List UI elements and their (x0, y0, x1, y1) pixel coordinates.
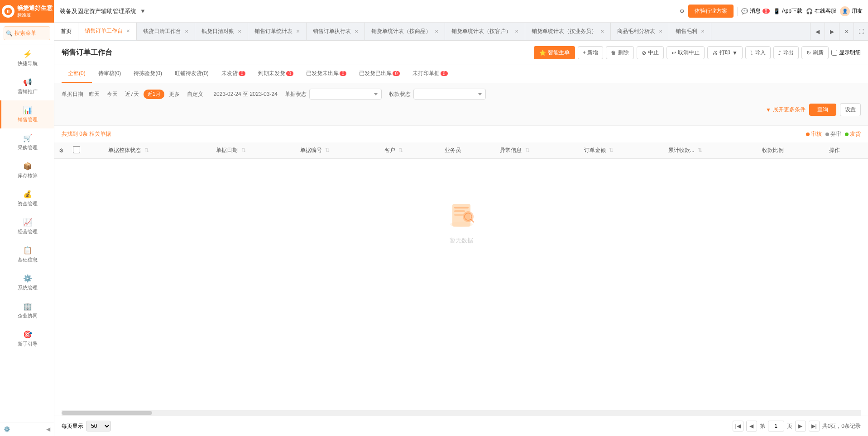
list-actions: 审核 弃审 发货 (806, 130, 861, 138)
tab-close-icon-4[interactable]: ✕ (296, 29, 300, 34)
expand-conditions-btn[interactable]: ▼ 展开更多条件 (766, 106, 806, 114)
sidebar-item-guide[interactable]: 🎯 新手引导 (0, 325, 54, 353)
subtab-overdue-unshipped[interactable]: 到期未发货0 (252, 65, 300, 83)
sidebar-item-quick-nav[interactable]: ⚡ 快捷导航 (0, 44, 54, 72)
review-action-btn[interactable]: 审核 (806, 130, 822, 138)
tab-sales-margin[interactable]: 销售毛利 ✕ (669, 23, 711, 41)
sort-number-icon[interactable]: ⇅ (325, 147, 330, 153)
sort-amount-icon[interactable]: ⇅ (609, 147, 614, 153)
basic-icon: 📋 (23, 246, 32, 255)
tab-close-all-btn[interactable]: ✕ (839, 23, 854, 41)
date-today-btn[interactable]: 今天 (104, 90, 120, 99)
tab-close-icon-6[interactable]: ✕ (435, 29, 438, 34)
tab-close-icon-7[interactable]: ✕ (515, 29, 518, 34)
sidebar-settings-icon[interactable]: ⚙️ (4, 426, 10, 432)
tab-close-icon-9[interactable]: ✕ (659, 29, 662, 34)
sidebar-item-finance[interactable]: 💰 资金管理 (0, 185, 54, 213)
tab-sales-by-salesman[interactable]: 销货单统计表（按业务员） ✕ (525, 23, 611, 41)
online-support-action[interactable]: 🎧 在线客服 (806, 7, 836, 15)
page-number-input[interactable] (768, 421, 784, 431)
unreviewed-action-btn[interactable]: 弃审 (825, 130, 841, 138)
tab-sales-by-customer[interactable]: 销货单统计表（按客户） ✕ (445, 23, 525, 41)
sidebar-item-marketing[interactable]: 📢 营销推广 (0, 72, 54, 100)
stop-btn[interactable]: ⊘ 中止 (637, 46, 664, 59)
subtab-shipped-not-warehoused[interactable]: 已发货未出库0 (300, 65, 353, 83)
tab-cash-reconciliation[interactable]: 钱货日清对账 ✕ (195, 23, 248, 41)
sidebar-collapse-icon[interactable]: ◀ (46, 426, 50, 432)
user-action[interactable]: 👤 用友 (840, 6, 863, 16)
message-action[interactable]: 💬 消息 6 (741, 7, 770, 15)
horizontal-scrollbar[interactable] (62, 410, 861, 416)
cancel-stop-btn[interactable]: ↩ 取消中止 (667, 46, 705, 59)
page-prev-btn[interactable]: ◀ (746, 421, 757, 431)
gear-icon[interactable]: ⚙ (59, 147, 64, 154)
date-1month-btn[interactable]: 近1月 (144, 90, 165, 99)
tab-home[interactable]: 首页 (54, 23, 78, 41)
tab-close-icon-3[interactable]: ✕ (238, 29, 241, 34)
sort-customer-icon[interactable]: ⇅ (398, 147, 403, 153)
table-footer: 每页显示 50 10 20 100 |◀ ◀ 第 页 ▶ ▶| (54, 416, 868, 436)
date-custom-btn[interactable]: 自定义 (184, 90, 206, 99)
tab-close-icon-5[interactable]: ✕ (355, 29, 358, 34)
sidebar-item-purchase[interactable]: 🛒 采购管理 (0, 128, 54, 156)
subtab-shipped-warehoused[interactable]: 已发货已出库0 (353, 65, 406, 83)
tab-prev-btn[interactable]: ◀ (810, 23, 825, 41)
print-btn[interactable]: 🖨 打印 ▼ (707, 46, 743, 59)
import-btn[interactable]: ⤵ 导入 (745, 46, 771, 59)
refresh-btn[interactable]: ↻ 刷新 (801, 46, 829, 59)
collection-select[interactable] (413, 89, 486, 100)
tab-close-icon-8[interactable]: ✕ (600, 29, 604, 34)
smart-create-btn[interactable]: ⭐ 智能生单 (534, 46, 575, 59)
subtab-unprinted[interactable]: 未打印单据0 (406, 65, 454, 83)
query-btn[interactable]: 查询 (809, 104, 836, 116)
page-first-btn[interactable]: |◀ (733, 421, 743, 431)
export-btn[interactable]: ⤴ 导出 (773, 46, 799, 59)
filter-settings-btn[interactable]: 设置 (840, 103, 861, 116)
tab-fullscreen-btn[interactable]: ⛶ (854, 23, 868, 41)
select-all-checkbox[interactable] (73, 146, 80, 153)
tab-product-margin[interactable]: 商品毛利分析表 ✕ (611, 23, 669, 41)
tab-close-icon-10[interactable]: ✕ (701, 29, 705, 34)
show-detail-label[interactable]: 显示明细 (831, 49, 861, 57)
tab-sales-exec[interactable]: 销售订单执行表 ✕ (307, 23, 365, 41)
app-download-action[interactable]: 📱 App下载 (773, 7, 802, 15)
page-next-btn[interactable]: ▶ (795, 421, 806, 431)
sort-date-icon[interactable]: ⇅ (241, 147, 246, 153)
search-menu-button[interactable]: 🔍 搜索菜单 (4, 26, 50, 40)
date-yesterday-btn[interactable]: 昨天 (86, 90, 102, 99)
sort-collected-icon[interactable]: ⇅ (698, 147, 702, 153)
ship-action-btn[interactable]: 发货 (845, 130, 861, 138)
subtab-pending-check[interactable]: 待拣验货(0) (127, 65, 168, 83)
tab-sales-order-workbench[interactable]: 销售订单工作台 ✕ (78, 23, 137, 41)
tab-sales-by-product[interactable]: 销货单统计表（按商品） ✕ (365, 23, 445, 41)
page-last-btn[interactable]: ▶| (809, 421, 820, 431)
industry-btn[interactable]: 体验行业方案 (688, 5, 734, 18)
sidebar-item-system[interactable]: ⚙️ 系统管理 (0, 269, 54, 297)
delete-btn[interactable]: 🗑 删除 (606, 46, 634, 59)
subtab-pending-review[interactable]: 待审核(0) (92, 65, 128, 83)
settings-gear-icon[interactable]: ⚙ (680, 8, 685, 14)
page-size-select[interactable]: 50 10 20 100 (86, 421, 111, 431)
tab-sales-stats[interactable]: 销售订单统计表 ✕ (248, 23, 307, 41)
sidebar-item-sales[interactable]: 📊 销售管理 (0, 100, 54, 128)
tab-close-icon-2[interactable]: ✕ (185, 29, 188, 34)
sort-status-icon[interactable]: ⇅ (144, 147, 149, 153)
date-more-btn[interactable]: 更多 (166, 90, 182, 99)
sidebar-item-operations[interactable]: 📈 经营管理 (0, 213, 54, 241)
tab-next-btn[interactable]: ▶ (825, 23, 839, 41)
scrollbar-thumb[interactable] (62, 411, 152, 415)
subtab-unshipped[interactable]: 未发货0 (215, 65, 252, 83)
status-select[interactable] (309, 89, 382, 100)
sort-exception-icon[interactable]: ⇅ (525, 147, 530, 153)
subtab-wangpu-ship[interactable]: 旺铺待发货(0) (168, 65, 215, 83)
sidebar-item-inventory[interactable]: 📦 库存核算 (0, 156, 54, 185)
subtab-all[interactable]: 全部(0) (62, 65, 92, 83)
sidebar-item-enterprise[interactable]: 🏢 企业协同 (0, 297, 54, 325)
tab-close-icon[interactable]: ✕ (126, 28, 130, 33)
add-btn[interactable]: + 新增 (578, 46, 603, 59)
system-dropdown-icon[interactable]: ▼ (140, 8, 146, 14)
date-7days-btn[interactable]: 近7天 (122, 90, 142, 99)
sidebar-item-basic[interactable]: 📋 基础信息 (0, 241, 54, 269)
tab-cash-daily-workbench[interactable]: 钱货日清工作台 ✕ (137, 23, 195, 41)
show-detail-checkbox[interactable] (831, 50, 837, 56)
